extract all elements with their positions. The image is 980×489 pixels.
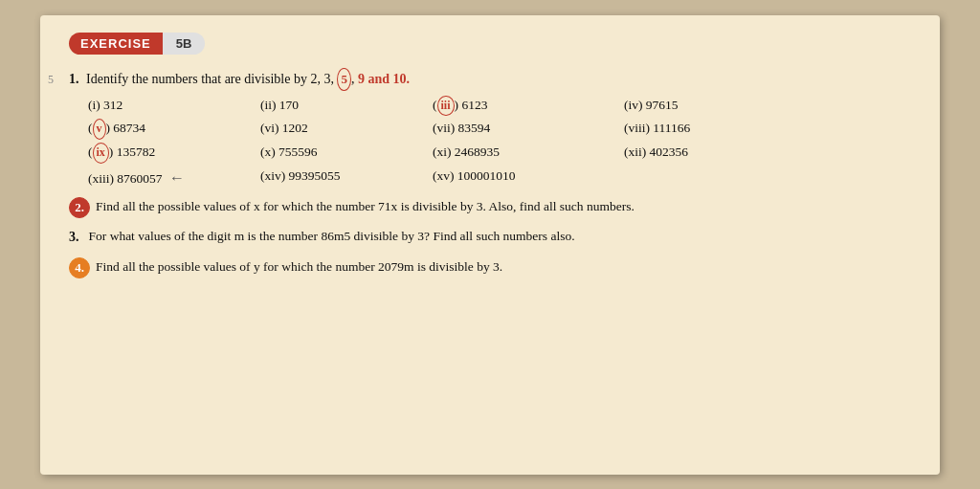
- q4-section: 4. Find all the possible values of y for…: [69, 256, 911, 278]
- q4-text: Find all the possible values of y for wh…: [96, 256, 911, 278]
- num-ii: (ii) 170: [260, 95, 433, 117]
- header: EXERCISE 5B: [69, 33, 911, 55]
- num-empty: [624, 166, 796, 190]
- num-xi: (xi) 2468935: [433, 142, 624, 164]
- highlight-9-10: 9 and 10.: [358, 72, 410, 86]
- num-x: (x) 755596: [260, 142, 433, 164]
- circle-v: v: [93, 119, 106, 140]
- margin-marks: 5: [48, 73, 54, 87]
- q2-circle: 2.: [69, 197, 90, 218]
- page: 5 EXERCISE 5B 1. Identify the numbers th…: [40, 15, 940, 475]
- margin-mark-5: 5: [48, 73, 54, 87]
- q2-section: 2. Find all the possible values of x for…: [69, 196, 911, 218]
- q3-section: 3. For what values of the digit m is the…: [69, 226, 911, 249]
- num-vii: (vii) 83594: [433, 118, 624, 140]
- q4-circle: 4.: [69, 257, 90, 278]
- num-iv: (iv) 97615: [624, 95, 796, 117]
- num-vi: (vi) 1202: [260, 118, 433, 140]
- chapter-badge: 5B: [163, 33, 206, 55]
- num-xii: (xii) 402356: [624, 142, 796, 164]
- num-iii: (iii) 6123: [433, 95, 624, 117]
- q1-number: 1.: [69, 72, 79, 86]
- content: 1. Identify the numbers that are divisib…: [69, 68, 911, 279]
- highlight-5: 5: [337, 68, 351, 91]
- q1-instruction: Identify the numbers that are divisible …: [86, 72, 410, 86]
- num-ix: (ix) 135782: [88, 142, 260, 164]
- num-xv: (xv) 100001010: [433, 166, 624, 190]
- q2-text: Find all the possible values of x for wh…: [96, 196, 911, 217]
- exercise-badge: EXERCISE: [69, 33, 163, 55]
- circle-ix: ix: [93, 143, 109, 164]
- arrow-indicator: ←: [169, 169, 185, 186]
- num-xiii: (xiii) 8760057 ←: [88, 166, 260, 190]
- numbers-grid: (i) 312 (ii) 170 (iii) 6123 (iv) 97615 (…: [88, 95, 911, 191]
- num-xiv: (xiv) 99395055: [260, 166, 433, 190]
- num-viii: (viii) 111166: [624, 118, 796, 140]
- circle-iii: iii: [437, 96, 455, 117]
- q3-number: 3.: [69, 226, 79, 249]
- num-i: (i) 312: [88, 95, 260, 117]
- num-v: (v) 68734: [88, 118, 260, 140]
- q3-text: For what values of the digit m is the nu…: [89, 226, 912, 247]
- q1-header: 1. Identify the numbers that are divisib…: [69, 68, 911, 91]
